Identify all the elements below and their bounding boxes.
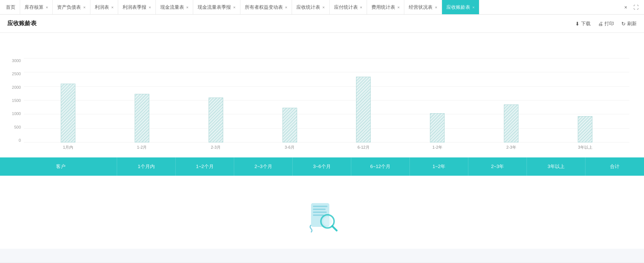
bar <box>135 94 149 142</box>
bar-group <box>356 77 371 143</box>
tab-bar: 首页 库存核算 × 资产负债表 × 利润表 × 利润表季报 × 现金流量表 × … <box>0 0 644 15</box>
x-axis-label: 3-6月 <box>279 145 301 150</box>
close-icon[interactable]: × <box>46 5 48 9</box>
bar <box>430 113 445 142</box>
refresh-icon: ↻ <box>621 21 626 27</box>
table-header-cell: 3~6个月 <box>293 157 351 176</box>
chart-container: 0 500 1000 1500 2000 2500 3000 <box>7 40 629 142</box>
chart-section: 0 500 1000 1500 2000 2500 3000 <box>0 33 644 157</box>
x-axis-label: 2-3月 <box>205 145 227 150</box>
tab-cashflow[interactable]: 现金流量表 × <box>156 0 193 15</box>
download-button[interactable]: ⬇ 下载 <box>575 20 591 27</box>
table-header: 客户1个月内1~2个月2~3个月3~6个月6~12个月1~2年2~3年3年以上合… <box>0 157 644 176</box>
bar-group <box>135 94 149 142</box>
tab-operations[interactable]: 经营状况表 × <box>404 0 442 15</box>
table-header-cell: 客户 <box>0 157 117 176</box>
table-header-cell: 1~2个月 <box>176 157 234 176</box>
bar <box>578 116 592 142</box>
close-icon[interactable]: × <box>83 5 85 9</box>
close-icon[interactable]: × <box>435 5 437 9</box>
close-icon[interactable]: × <box>397 5 400 9</box>
bars-area <box>24 58 629 142</box>
refresh-button[interactable]: ↻ 刷新 <box>621 20 637 27</box>
x-axis-label: 2-3年 <box>500 145 522 150</box>
bar <box>61 84 75 143</box>
download-icon: ⬇ <box>575 21 580 27</box>
svg-rect-2 <box>313 209 326 210</box>
header-actions: ⬇ 下载 🖨 打印 ↻ 刷新 <box>575 20 637 27</box>
tab-ar-stats[interactable]: 应收统计表 × <box>292 0 329 15</box>
tab-ap-stats[interactable]: 应付统计表 × <box>330 0 367 15</box>
page-title: 应收账龄表 <box>7 20 37 27</box>
close-icon[interactable]: × <box>186 5 188 9</box>
empty-state <box>0 176 644 249</box>
table-header-cell: 2~3个月 <box>234 157 293 176</box>
tab-equity[interactable]: 所有者权益变动表 × <box>240 0 292 15</box>
table-header-cell: 3年以上 <box>527 157 585 176</box>
tab-balance[interactable]: 资产负债表 × <box>53 0 90 15</box>
close-window-button[interactable]: × <box>622 4 629 11</box>
bar-group <box>578 116 592 142</box>
bar-group <box>504 104 518 143</box>
tab-home[interactable]: 首页 <box>1 0 20 15</box>
x-axis-label: 3年以上 <box>574 145 596 150</box>
close-icon[interactable]: × <box>322 5 325 9</box>
x-axis-label: 6-12月 <box>352 145 374 150</box>
svg-rect-1 <box>313 206 327 207</box>
print-button[interactable]: 🖨 打印 <box>598 20 614 27</box>
close-icon[interactable]: × <box>472 5 475 9</box>
tab-cashflow-quarterly[interactable]: 现金流量表季报 × <box>193 0 240 15</box>
bar <box>282 108 297 142</box>
bar-group <box>282 108 297 142</box>
empty-document-icon <box>304 198 340 234</box>
close-icon[interactable]: × <box>111 5 113 9</box>
tab-profit[interactable]: 利润表 × <box>90 0 118 15</box>
page-header: 应收账龄表 ⬇ 下载 🖨 打印 ↻ 刷新 <box>0 15 644 33</box>
x-axis: 1月内1-2月2-3月3-6月6-12月1-2年2-3年3年以上 <box>24 142 629 150</box>
svg-rect-3 <box>313 211 327 213</box>
bar <box>356 77 371 143</box>
tab-profit-quarterly[interactable]: 利润表季报 × <box>118 0 156 15</box>
x-axis-label: 1-2月 <box>131 145 153 150</box>
window-controls: × ⛶ <box>622 4 643 11</box>
table-header-cell: 6~12个月 <box>351 157 410 176</box>
close-icon[interactable]: × <box>360 5 362 9</box>
close-icon[interactable]: × <box>233 5 235 9</box>
y-axis: 0 500 1000 1500 2000 2500 3000 <box>7 58 24 142</box>
x-axis-label: 1月内 <box>57 145 79 150</box>
bar <box>504 104 518 143</box>
tab-expense-stats[interactable]: 费用统计表 × <box>367 0 404 15</box>
main-content: 0 500 1000 1500 2000 2500 3000 <box>0 33 644 262</box>
tab-ar-aging[interactable]: 应收账龄表 × <box>442 0 479 15</box>
tab-inventory[interactable]: 库存核算 × <box>20 0 53 15</box>
chart-plot <box>24 58 629 142</box>
x-axis-label: 1-2年 <box>426 145 448 150</box>
bar-group <box>430 113 445 142</box>
table-header-cell: 2~3年 <box>468 157 527 176</box>
close-icon[interactable]: × <box>149 5 151 9</box>
close-icon[interactable]: × <box>285 5 287 9</box>
svg-rect-4 <box>313 214 324 216</box>
print-icon: 🖨 <box>598 21 603 27</box>
table-header-cell: 合计 <box>585 157 644 176</box>
bar-group <box>209 98 223 143</box>
bar <box>209 98 223 143</box>
table-header-cell: 1~2年 <box>410 157 468 176</box>
bar-group <box>61 84 75 143</box>
svg-point-6 <box>323 217 332 226</box>
svg-line-7 <box>332 226 337 230</box>
maximize-window-button[interactable]: ⛶ <box>632 4 640 11</box>
table-header-cell: 1个月内 <box>117 157 176 176</box>
